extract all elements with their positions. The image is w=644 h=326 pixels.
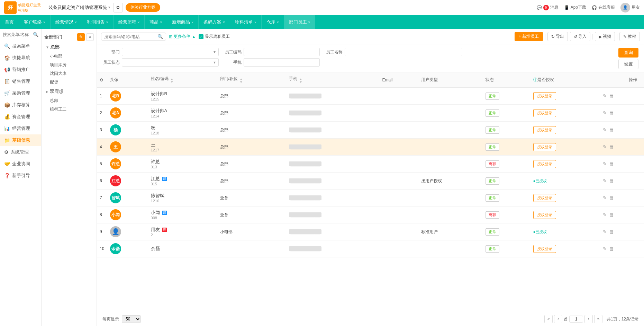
sidebar-item-采购管理[interactable]: 🛒 采购管理	[0, 87, 41, 99]
sidebar-item-库存核算[interactable]: 📦 库存核算	[0, 99, 41, 111]
sidebar-item-新手引导[interactable]: ❓ 新手引导	[0, 170, 41, 182]
sidebar-item-经营管理[interactable]: 📊 经营管理	[0, 123, 41, 134]
sidebar-item-快捷导航[interactable]: 🏠 快捷导航	[0, 52, 41, 64]
sidebar-item-销售管理[interactable]: 📋 销售管理	[0, 76, 41, 87]
edit-row-icon[interactable]: ✎	[603, 161, 607, 167]
delete-row-icon[interactable]: 🗑	[609, 246, 614, 252]
auth-btn[interactable]: 授权登录	[533, 126, 556, 134]
auth-btn[interactable]: 授权登录	[533, 211, 556, 219]
edit-row-icon[interactable]: ✎	[603, 246, 607, 252]
col-settings[interactable]: ⚙	[97, 72, 107, 88]
close-tab-icon[interactable]: ×	[308, 20, 310, 24]
query-btn[interactable]: 查询	[618, 48, 638, 58]
auth-btn[interactable]: 授权登录	[533, 194, 556, 202]
auth-btn[interactable]: 授权登录	[533, 245, 556, 253]
tree-node-peihuo[interactable]: 配货	[42, 78, 97, 87]
col-phone[interactable]: 手机 ▲▼	[286, 72, 379, 88]
search-input[interactable]	[104, 34, 156, 39]
close-tab-icon[interactable]: ×	[191, 20, 193, 24]
page-input[interactable]	[569, 316, 583, 323]
edit-row-icon[interactable]: ✎	[603, 195, 607, 201]
tutorial-btn[interactable]: ✎ 教程	[619, 32, 640, 41]
sidebar-item-搜索菜单[interactable]: 🔍 搜索菜单	[0, 40, 41, 52]
auth-btn[interactable]: 授权登录	[533, 92, 556, 100]
tree-node-parent[interactable]: ▼总部	[42, 42, 97, 52]
tree-node-zhishuwanger[interactable]: 植树王二	[42, 105, 97, 114]
show-resigned-toggle[interactable]: ✓ 显示离职员工	[199, 34, 230, 39]
sidebar-item-企业协同[interactable]: 🤝 企业协同	[0, 158, 41, 170]
message-item[interactable]: 💬 6 消息	[537, 5, 559, 10]
sidebar-item-资金管理[interactable]: 💰 资金管理	[0, 111, 41, 123]
tree-node-xiangmukufang[interactable]: 项目库房	[42, 61, 97, 69]
nav-tab-商品[interactable]: 商品 ×	[145, 15, 167, 29]
tree-node-shuangluxiang[interactable]: ▶双鹿想	[42, 87, 97, 96]
auth-btn[interactable]: 授权登录	[533, 143, 556, 151]
tree-collapse-btn[interactable]: «	[86, 33, 94, 41]
sidebar-item-基础信息[interactable]: 📁 基础信息	[0, 134, 41, 146]
col-name[interactable]: 姓名/编码 ▲▼	[148, 72, 217, 88]
emp-name-input[interactable]	[345, 48, 462, 56]
export-btn[interactable]: ↻ 导出	[547, 32, 568, 41]
auth-btn[interactable]: 授权登录	[533, 160, 556, 168]
edit-row-icon[interactable]: ✎	[603, 144, 607, 150]
nav-tab-部门员工[interactable]: 部门员工 ×	[284, 15, 316, 29]
delete-row-icon[interactable]: 🗑	[609, 229, 614, 235]
col-dept[interactable]: 部门/职位 ▲▼	[217, 72, 287, 88]
delete-row-icon[interactable]: 🗑	[609, 195, 614, 201]
close-tab-icon[interactable]: ×	[138, 20, 140, 24]
edit-row-icon[interactable]: ✎	[603, 93, 607, 99]
app-download-item[interactable]: 📱 App下载	[564, 5, 586, 10]
import-btn[interactable]: ↺ 导入	[570, 32, 590, 41]
gear-button[interactable]: ⚙	[113, 3, 123, 12]
delete-row-icon[interactable]: 🗑	[609, 212, 614, 218]
close-tab-icon[interactable]: ×	[160, 20, 162, 24]
close-tab-icon[interactable]: ×	[223, 20, 225, 24]
close-tab-icon[interactable]: ×	[106, 20, 108, 24]
nav-tab-条码方案[interactable]: 条码方案 ×	[199, 15, 230, 29]
prev-page-btn[interactable]: ‹	[554, 315, 562, 323]
title-dropdown-arrow[interactable]: ▾	[108, 5, 110, 10]
delete-row-icon[interactable]: 🗑	[609, 110, 614, 116]
nav-tab-首页[interactable]: 首页	[0, 15, 19, 29]
close-tab-icon[interactable]: ×	[43, 20, 45, 24]
edit-row-icon[interactable]: ✎	[603, 229, 607, 235]
tree-add-btn[interactable]: ✎	[77, 33, 85, 41]
nav-tab-经营历程[interactable]: 经营历程 ×	[114, 15, 145, 29]
delete-row-icon[interactable]: 🗑	[609, 178, 614, 184]
next-page-btn[interactable]: ›	[584, 315, 593, 323]
tree-node-shenyangdaku[interactable]: 沈阳大库	[42, 69, 97, 78]
delete-row-icon[interactable]: 🗑	[609, 144, 614, 150]
emp-code-input[interactable]	[244, 48, 320, 56]
phone-input[interactable]	[244, 58, 320, 67]
auth-btn[interactable]: 授权登录	[533, 109, 556, 117]
edit-row-icon[interactable]: ✎	[603, 127, 607, 133]
setting-btn[interactable]: 设置	[618, 59, 638, 69]
dept-select[interactable]: ▾	[122, 48, 219, 56]
delete-row-icon[interactable]: 🗑	[609, 161, 614, 167]
nav-tab-经营情况[interactable]: 经营情况 ×	[51, 15, 82, 29]
per-page-select[interactable]: 50 100	[122, 315, 141, 323]
nav-tab-仓库[interactable]: 仓库 ×	[262, 15, 284, 29]
online-service-item[interactable]: 🎧 在线客服	[592, 5, 615, 10]
first-page-btn[interactable]: «	[544, 315, 553, 323]
delete-row-icon[interactable]: 🗑	[609, 93, 614, 99]
edit-row-icon[interactable]: ✎	[603, 212, 607, 218]
trial-button[interactable]: 体验行业方案	[126, 3, 160, 12]
sidebar-item-营销推广[interactable]: 📢 营销推广	[0, 64, 41, 76]
edit-row-icon[interactable]: ✎	[603, 178, 607, 184]
nav-tab-客户联络[interactable]: 客户联络 ×	[19, 15, 51, 29]
tree-node-zongbu[interactable]: 总部	[42, 96, 97, 105]
emp-status-select[interactable]: ▾	[122, 58, 219, 67]
more-filters-btn[interactable]: ⊞ 更多条件 ▲	[169, 34, 196, 39]
close-tab-icon[interactable]: ×	[254, 20, 256, 24]
sidebar-item-系统管理[interactable]: ⚙ 系统管理	[0, 146, 41, 158]
nav-tab-物料清单[interactable]: 物料清单 ×	[230, 15, 262, 29]
sidebar-search-input[interactable]	[3, 32, 31, 37]
close-tab-icon[interactable]: ×	[75, 20, 77, 24]
nav-tab-利润报告[interactable]: 利润报告 ×	[82, 15, 114, 29]
tree-node-xiaodianbu[interactable]: 小电部	[42, 52, 97, 61]
edit-row-icon[interactable]: ✎	[603, 110, 607, 116]
add-employee-btn[interactable]: + 新增员工	[515, 32, 543, 41]
view-btn[interactable]: ▶ 视频	[595, 32, 615, 41]
nav-tab-新增商品[interactable]: 新增商品 ×	[167, 15, 199, 29]
